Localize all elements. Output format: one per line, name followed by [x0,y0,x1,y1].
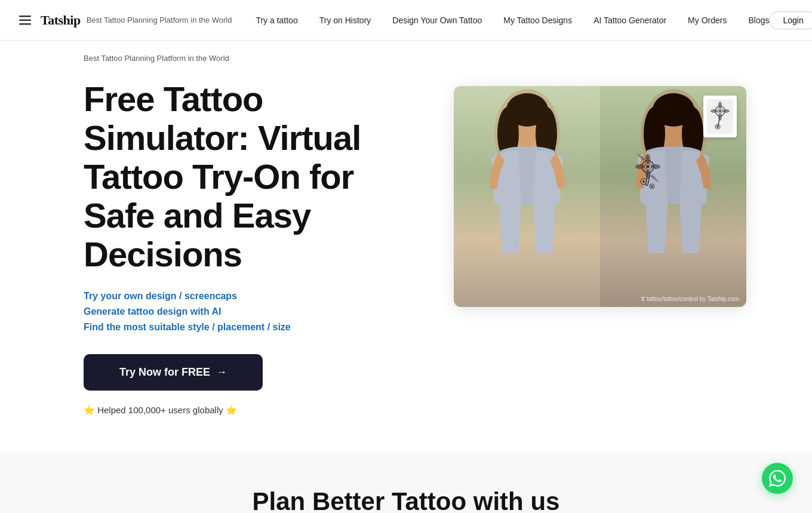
breadcrumb: Best Tattoo Planning Platform in the Wor… [0,41,812,63]
svg-point-20 [635,164,645,169]
breadcrumb-text: Best Tattoo Planning Platform in the Wor… [84,54,229,63]
hero-feature-2: Generate tattoo design with AI [84,306,418,317]
svg-rect-2 [19,23,31,25]
svg-point-23 [642,180,645,183]
hero-title: Free Tattoo Simulator: Virtual Tattoo Tr… [84,80,418,274]
hero-right-image: T tattoo/tattoo/control by Tatship.com [454,80,746,307]
hero-image-after: T tattoo/tattoo/control by Tatship.com [600,86,746,307]
svg-rect-1 [19,19,31,21]
svg-point-21 [651,164,660,169]
whatsapp-button[interactable] [762,463,793,494]
hero-features: Try your own design / screencaps Generat… [84,291,418,333]
svg-point-32 [710,109,718,113]
hero-image-split: T tattoo/tattoo/control by Tatship.com [454,86,746,307]
hero-section: Free Tattoo Simulator: Virtual Tattoo Tr… [0,63,812,451]
hero-feature-3: Find the most suitable style / placement… [84,322,418,333]
nav-try-history[interactable]: Try on History [319,16,371,25]
svg-point-35 [716,125,719,128]
hero-feature-1: Try your own design / screencaps [84,291,418,302]
nav-try-tattoo[interactable]: Try a tattoo [256,16,297,25]
cta-arrow-icon: → [216,366,227,379]
svg-point-29 [719,110,721,112]
bottom-section: Plan Better Tattoo with us [0,451,812,513]
svg-point-25 [651,185,653,188]
svg-point-33 [722,109,730,113]
nav-links: Try a tattoo Try on History Design Your … [256,16,769,25]
hero-image-container: T tattoo/tattoo/control by Tatship.com [454,86,746,307]
svg-point-17 [646,165,650,168]
svg-point-18 [645,154,650,164]
nav-my-designs[interactable]: My Tattoo Designs [503,16,572,25]
login-button[interactable]: Login [769,11,812,29]
watermark: T tattoo/tattoo/control by Tatship.com [641,296,739,302]
social-proof: ⭐ Helped 100,000+ users globally ⭐ [84,405,418,416]
cta-button[interactable]: Try Now for FREE → [84,354,263,391]
nav-blogs[interactable]: Blogs [748,16,769,25]
svg-rect-0 [19,16,31,17]
watermark-text: tattoo/tattoo/control by Tatship.com [647,296,739,302]
watermark-logo: T [641,296,645,302]
site-logo[interactable]: Tatship [41,13,81,28]
cta-button-label: Try Now for FREE [119,366,210,379]
hero-left-content: Free Tattoo Simulator: Virtual Tattoo Tr… [84,80,418,416]
hamburger-menu[interactable] [19,16,31,25]
nav-design-own[interactable]: Design Your Own Tattoo [392,16,482,25]
svg-point-30 [718,102,722,109]
nav-my-orders[interactable]: My Orders [688,16,727,25]
navbar: Tatship Best Tattoo Planning Platform in… [0,0,812,41]
nav-ai-generator[interactable]: AI Tattoo Generator [593,16,666,25]
tattoo-thumb-inner [707,99,733,134]
site-tagline: Best Tattoo Planning Platform in the Wor… [87,16,232,24]
hero-image-before [454,86,600,307]
tattoo-thumbnail [703,96,737,137]
bottom-title: Plan Better Tattoo with us [84,487,728,513]
